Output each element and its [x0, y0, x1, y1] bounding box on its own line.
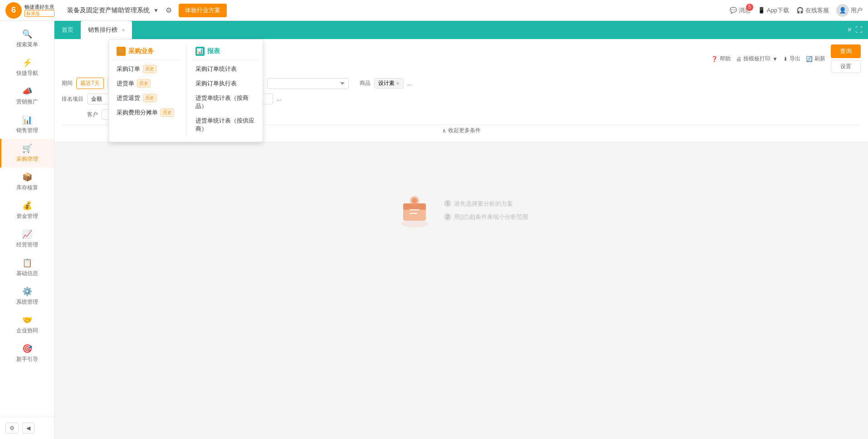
sidebar-item-operations[interactable]: 📈 经营管理 — [0, 225, 54, 253]
online-service-btn[interactable]: 🎧 在线客服 — [796, 6, 829, 15]
sidebar-item-inventory[interactable]: 📦 库存核算 — [0, 168, 54, 196]
tab-close-all-btn[interactable]: × — [848, 26, 852, 34]
sidebar-item-basicinfo[interactable]: 📋 基础信息 — [0, 253, 54, 282]
sidebar-item-search[interactable]: 🔍 搜索菜单 — [0, 25, 54, 53]
purchase-menu-icon: 🛒 — [117, 47, 126, 56]
purchase-icon: 🛒 — [22, 143, 32, 153]
finance-icon: 💰 — [22, 201, 32, 211]
inventory-icon: 📦 — [22, 172, 32, 182]
goods-tag-close[interactable]: × — [396, 80, 400, 87]
period-7days-btn[interactable]: 最近7天 — [76, 78, 104, 89]
hist-badge-2: 历史 — [137, 79, 151, 88]
empty-illustration — [394, 190, 435, 231]
empty-state: 1 请先选择要分析的方案 2 用[过滤]条件来缩小分析范围 — [54, 142, 868, 278]
export-btn[interactable]: ⬇ 导出 — [783, 55, 800, 63]
app-download-btn[interactable]: 📱 App下载 — [758, 6, 789, 15]
goods-label: 商品 — [360, 79, 371, 87]
marketing-icon: 📣 — [22, 86, 32, 96]
sidebar-item-enterprise[interactable]: 🤝 企业协同 — [0, 311, 54, 339]
phone-icon: 📱 — [758, 7, 765, 14]
dropdown-menu: 🛒 采购业务 采购订单 历史 进货单 历史 进货退货 历史 — [109, 39, 263, 142]
dropdown-item-order-exec[interactable]: 采购订单执行表 — [192, 76, 259, 91]
single-status-select[interactable] — [267, 78, 349, 89]
header-settings-btn[interactable]: ⚙ — [162, 4, 175, 17]
logo-title: 畅捷通好生意 — [24, 4, 54, 10]
message-icon: 💬 — [730, 7, 737, 14]
system-name: 装备及固定资产辅助管理系统 — [67, 6, 150, 15]
filter-goods: 商品 设计素 × ... — [360, 78, 412, 89]
top-header: 6 畅捷通好生意 标准版 装备及固定资产辅助管理系统 ▼ ⚙ 体验行业方案 💬 … — [0, 0, 868, 21]
dropdown-item-inbound-stats-supplier[interactable]: 进货单统计表（按供应商） — [192, 113, 259, 136]
dropdown-col-title-report: 📊 报表 — [192, 45, 259, 60]
tab-close-btn[interactable]: × — [122, 27, 125, 33]
header-nav: 装备及固定资产辅助管理系统 ▼ ⚙ 体验行业方案 — [60, 4, 730, 17]
tab-home[interactable]: 首页 — [54, 21, 81, 39]
query-btn[interactable]: 查询 — [831, 44, 861, 58]
report-menu-icon: 📊 — [195, 47, 205, 56]
sidebar-collapse-btn[interactable]: ◀ — [22, 423, 34, 434]
empty-hint-2: 2 用[过滤]条件来缩小分析范围 — [444, 212, 528, 222]
collapse-icon: ∧ — [442, 128, 446, 134]
message-badge: 5 — [746, 4, 753, 11]
export-icon: ⬇ — [783, 56, 788, 62]
header-right: 💬 消息 5 📱 App下载 🎧 在线客服 👤 用户 — [730, 4, 863, 17]
dropdown-col-purchase: 🛒 采购业务 采购订单 历史 进货单 历史 进货退货 历史 — [109, 45, 184, 136]
system-dropdown-btn[interactable]: ▼ — [153, 7, 159, 14]
rank-label: 排名项目 — [62, 95, 83, 103]
sidebar-item-sales[interactable]: 📊 销售管理 — [0, 110, 54, 139]
system-icon: ⚙️ — [22, 286, 32, 296]
industry-btn[interactable]: 体验行业方案 — [179, 4, 227, 17]
salesperson-more-btn[interactable]: ... — [277, 96, 281, 102]
sidebar-item-finance[interactable]: 💰 资金管理 — [0, 196, 54, 225]
goods-tag: 设计素 × — [374, 78, 404, 89]
dropdown-col-title-purchase: 🛒 采购业务 — [113, 45, 180, 60]
print-icon: 🖨 — [736, 56, 741, 62]
logo-text: 畅捷通好生意 标准版 — [24, 4, 54, 17]
settings-btn[interactable]: 设置 — [831, 60, 861, 73]
svg-point-4 — [412, 198, 417, 203]
sidebar-settings-btn[interactable]: ⚙ — [5, 423, 19, 434]
enterprise-icon: 🤝 — [22, 315, 32, 325]
guide-icon: 🎯 — [22, 344, 32, 354]
dropdown-item-inbound-stats-goods[interactable]: 进货单统计表（按商品） — [192, 91, 259, 113]
tab-sales-ranking[interactable]: 销售排行榜 × — [81, 21, 132, 39]
dropdown-col-report: 📊 报表 采购订单统计表 采购订单执行表 进货单统计表（按商品） 进货单统计表（… — [188, 45, 263, 136]
logo-version: 标准版 — [24, 10, 54, 17]
avatar: 👤 — [836, 4, 849, 17]
help-btn[interactable]: ❓ 帮助 — [711, 55, 731, 63]
sidebar-item-purchase[interactable]: 🛒 采购管理 — [0, 139, 54, 168]
dropdown-item-return[interactable]: 进货退货 历史 — [113, 91, 180, 105]
tab-bar: 首页 销售排行榜 × 🛒 采购业务 采购订单 历史 — [54, 21, 868, 39]
refresh-btn[interactable]: 🔄 刷新 — [806, 55, 825, 63]
search-icon: 🔍 — [22, 29, 32, 39]
sidebar-item-guide[interactable]: 🎯 新手引导 — [0, 339, 54, 368]
help-icon: ❓ — [711, 56, 718, 62]
logo-area: 6 畅捷通好生意 标准版 — [5, 2, 60, 19]
operations-icon: 📈 — [22, 229, 32, 239]
hist-badge-3: 历史 — [143, 94, 156, 102]
basicinfo-icon: 📋 — [22, 258, 32, 268]
goods-more-btn[interactable]: ... — [407, 80, 412, 87]
main-layout: 🔍 搜索菜单 ⚡ 快捷导航 📣 营销推广 📊 销售管理 🛒 采购管理 📦 库存核… — [0, 21, 868, 439]
dropdown-item-inbound[interactable]: 进货单 历史 — [113, 76, 180, 91]
content-area: 首页 销售排行榜 × 🛒 采购业务 采购订单 历史 — [54, 21, 868, 439]
step-2: 2 — [444, 213, 451, 221]
customer-label: 客户 — [87, 111, 98, 118]
message-btn[interactable]: 💬 消息 5 — [730, 6, 751, 15]
print-btn[interactable]: 🖨 按模板打印 ▼ — [736, 55, 778, 63]
hist-badge-1: 历史 — [143, 65, 156, 73]
tab-fullscreen-btn[interactable]: ⛶ — [855, 26, 863, 34]
hist-badge-4: 历史 — [161, 109, 174, 117]
sidebar-item-system[interactable]: ⚙️ 系统管理 — [0, 282, 54, 311]
sales-icon: 📊 — [22, 115, 32, 125]
sidebar: 🔍 搜索菜单 ⚡ 快捷导航 📣 营销推广 📊 销售管理 🛒 采购管理 📦 库存核… — [0, 21, 54, 439]
empty-text: 1 请先选择要分析的方案 2 用[过滤]条件来缩小分析范围 — [444, 198, 528, 222]
tab-bar-right: × ⛶ — [848, 26, 868, 34]
dropdown-item-fee-split[interactable]: 采购费用分摊单 历史 — [113, 105, 180, 120]
user-btn[interactable]: 👤 用户 — [836, 4, 863, 17]
quick-nav-icon: ⚡ — [22, 58, 32, 68]
sidebar-item-quicknav[interactable]: ⚡ 快捷导航 — [0, 53, 54, 82]
sidebar-item-marketing[interactable]: 📣 营销推广 — [0, 82, 54, 110]
dropdown-item-order-stats[interactable]: 采购订单统计表 — [192, 62, 259, 76]
dropdown-item-purchase-order[interactable]: 采购订单 历史 — [113, 62, 180, 76]
